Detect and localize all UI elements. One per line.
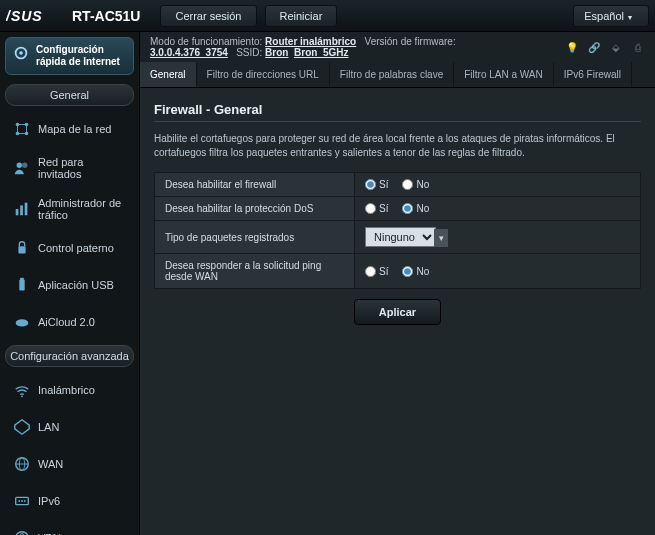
radio-input[interactable] bbox=[365, 266, 376, 277]
tab-general[interactable]: General bbox=[140, 62, 197, 87]
link-icon[interactable]: 🔗 bbox=[587, 40, 601, 54]
radio-input[interactable] bbox=[365, 179, 376, 190]
svg-point-20 bbox=[18, 500, 20, 502]
page-description: Habilite el cortafuegos para proteger su… bbox=[154, 132, 641, 160]
sidebar-header-advanced: Configuración avanzada bbox=[5, 345, 134, 367]
svg-point-22 bbox=[24, 500, 26, 502]
svg-rect-14 bbox=[20, 278, 24, 281]
sidebar-icon bbox=[12, 417, 32, 437]
reboot-button[interactable]: Reiniciar bbox=[265, 5, 338, 27]
radio-input[interactable] bbox=[402, 179, 413, 190]
sidebar-icon bbox=[12, 119, 32, 139]
svg-rect-10 bbox=[20, 206, 23, 216]
settings-table: Desea habilitar el firewallSíNoDesea hab… bbox=[154, 172, 641, 289]
page-title: Firewall - General bbox=[154, 102, 641, 117]
sidebar-icon bbox=[12, 454, 32, 474]
setting-label: Desea habilitar el firewall bbox=[155, 173, 355, 197]
svg-rect-12 bbox=[18, 247, 25, 254]
radio-option[interactable]: No bbox=[402, 179, 429, 190]
svg-text:/SUS: /SUS bbox=[6, 9, 43, 23]
sidebar-item-label: Inalámbrico bbox=[38, 384, 95, 396]
sidebar-item-label: LAN bbox=[38, 421, 59, 433]
setting-value-cell: SíNo bbox=[355, 197, 641, 221]
svg-point-16 bbox=[21, 396, 23, 398]
setting-value-cell: SíNo bbox=[355, 173, 641, 197]
sidebar-icon bbox=[12, 528, 32, 535]
svg-rect-11 bbox=[25, 203, 28, 216]
chevron-down-icon: ▾ bbox=[434, 229, 448, 247]
svg-point-8 bbox=[22, 163, 27, 168]
sidebar: Configuración rápida de Internet General… bbox=[0, 32, 140, 535]
logout-button[interactable]: Cerrar sesión bbox=[160, 5, 256, 27]
main-panel: Modo de funcionamiento: Router inalámbri… bbox=[140, 32, 655, 535]
radio-input[interactable] bbox=[402, 203, 413, 214]
svg-point-21 bbox=[21, 500, 23, 502]
info-bar: Modo de funcionamiento: Router inalámbri… bbox=[140, 32, 655, 62]
setting-label: Tipo de paquetes registrados bbox=[155, 221, 355, 254]
tab-filtro-lan-a-wan[interactable]: Filtro LAN a WAN bbox=[454, 62, 554, 87]
usb-icon[interactable]: ⬙ bbox=[609, 40, 623, 54]
operation-mode[interactable]: Router inalámbrico bbox=[265, 36, 356, 47]
sidebar-item-label: Aplicación USB bbox=[38, 279, 114, 291]
model-name: RT-AC51U bbox=[72, 8, 140, 24]
sidebar-item-inal-mbrico[interactable]: Inalámbrico bbox=[4, 372, 135, 408]
packet-type-select[interactable]: Ninguno bbox=[365, 227, 436, 247]
sidebar-item-label: Control paterno bbox=[38, 242, 114, 254]
radio-option[interactable]: No bbox=[402, 266, 429, 277]
sidebar-item-label: Red para invitados bbox=[38, 156, 127, 180]
setting-label: Desea habilitar la protección DoS bbox=[155, 197, 355, 221]
sidebar-item-control-paterno[interactable]: Control paterno bbox=[4, 230, 135, 266]
svg-point-7 bbox=[17, 163, 22, 168]
firmware-version[interactable]: 3.0.0.4.376_3754 bbox=[150, 47, 228, 58]
sidebar-item-aicloud-2-0[interactable]: AiCloud 2.0 bbox=[4, 304, 135, 340]
sidebar-item-aplicaci-n-usb[interactable]: Aplicación USB bbox=[4, 267, 135, 303]
radio-option[interactable]: Sí bbox=[365, 179, 388, 190]
sidebar-item-red-para-invitados[interactable]: Red para invitados bbox=[4, 148, 135, 188]
gear-icon bbox=[12, 44, 30, 62]
sidebar-item-label: Mapa de la red bbox=[38, 123, 111, 135]
apply-button[interactable]: Aplicar bbox=[354, 299, 441, 325]
radio-option[interactable]: Sí bbox=[365, 203, 388, 214]
setting-label: Desea responder a la solicitud ping desd… bbox=[155, 254, 355, 289]
sidebar-icon bbox=[12, 158, 32, 178]
print-icon[interactable]: ⎙ bbox=[631, 40, 645, 54]
sidebar-item-label: AiCloud 2.0 bbox=[38, 316, 95, 328]
radio-input[interactable] bbox=[365, 203, 376, 214]
top-bar: /SUS RT-AC51U Cerrar sesión Reiniciar Es… bbox=[0, 0, 655, 32]
radio-option[interactable]: Sí bbox=[365, 266, 388, 277]
quick-internet-setup[interactable]: Configuración rápida de Internet bbox=[5, 37, 134, 75]
radio-option[interactable]: No bbox=[402, 203, 429, 214]
sidebar-item-label: Administrador de tráfico bbox=[38, 197, 127, 221]
quick-setup-label: Configuración rápida de Internet bbox=[36, 44, 120, 67]
sidebar-icon bbox=[12, 312, 32, 332]
tab-filtro-de-palabras-clave[interactable]: Filtro de palabras clave bbox=[330, 62, 454, 87]
svg-point-2 bbox=[19, 51, 23, 55]
tab-ipv6-firewall[interactable]: IPv6 Firewall bbox=[554, 62, 632, 87]
svg-rect-13 bbox=[19, 280, 24, 291]
language-dropdown[interactable]: Español bbox=[573, 5, 649, 27]
sidebar-icon bbox=[12, 380, 32, 400]
setting-value-cell: SíNo bbox=[355, 254, 641, 289]
sidebar-icon bbox=[12, 491, 32, 511]
radio-input[interactable] bbox=[402, 266, 413, 277]
sidebar-icon bbox=[12, 238, 32, 258]
svg-rect-9 bbox=[16, 209, 19, 215]
tab-filtro-de-direcciones-url[interactable]: Filtro de direcciones URL bbox=[197, 62, 330, 87]
sidebar-item-vpn[interactable]: VPN bbox=[4, 520, 135, 535]
sidebar-item-ipv6[interactable]: IPv6 bbox=[4, 483, 135, 519]
brand-logo: /SUS bbox=[6, 9, 66, 23]
sidebar-item-administrador-de-tr-fico[interactable]: Administrador de tráfico bbox=[4, 189, 135, 229]
bulb-icon[interactable]: 💡 bbox=[565, 40, 579, 54]
sidebar-item-label: WAN bbox=[38, 458, 63, 470]
sidebar-icon bbox=[12, 275, 32, 295]
sidebar-header-general: General bbox=[5, 84, 134, 106]
tab-bar: GeneralFiltro de direcciones URLFiltro d… bbox=[140, 62, 655, 88]
setting-value-cell: Ninguno▾ bbox=[355, 221, 641, 254]
svg-point-15 bbox=[16, 320, 29, 327]
sidebar-item-mapa-de-la-red[interactable]: Mapa de la red bbox=[4, 111, 135, 147]
sidebar-item-lan[interactable]: LAN bbox=[4, 409, 135, 445]
sidebar-item-wan[interactable]: WAN bbox=[4, 446, 135, 482]
sidebar-icon bbox=[12, 199, 32, 219]
sidebar-item-label: IPv6 bbox=[38, 495, 60, 507]
